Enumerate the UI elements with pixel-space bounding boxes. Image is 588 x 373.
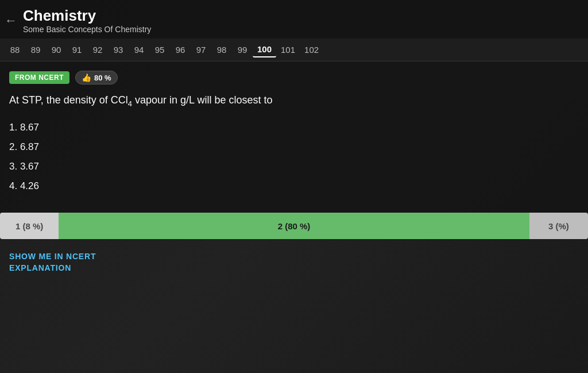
option-1-number: 1. [9,122,20,133]
explanation-link[interactable]: EXPLANATION [9,263,579,272]
question-subscript: 4 [128,99,132,108]
show-ncert-link[interactable]: SHOW ME IN NCERT [9,252,579,261]
tab-100[interactable]: 100 [253,42,276,57]
option-3-value: 3.67 [20,161,39,172]
option-4-number: 4. [9,180,20,191]
option-3-number: 3. [9,161,20,172]
percent-badge: 👍 80 % [75,71,118,84]
question-text: At STP, the density of CCl4 vapour in g/… [9,93,579,109]
result-seg-1[interactable]: 1 (8 %) [0,213,59,239]
thumb-icon: 👍 [82,73,91,82]
options-list: 1. 8.67 2. 6.87 3. 3.67 4. 4.26 [9,120,579,194]
option-2-number: 2. [9,141,20,152]
back-button[interactable]: ← [5,13,17,28]
result-seg-2[interactable]: 2 (80 %) [59,213,529,239]
tab-88[interactable]: 88 [5,43,25,57]
tab-89[interactable]: 89 [25,43,46,57]
question-area: FROM NCERT 👍 80 % At STP, the density of… [0,61,588,213]
option-2-value: 6.87 [20,141,39,152]
header-text: Chemistry Some Basic Concepts Of Chemist… [23,7,151,34]
question-text-after: vapour in g/L will be closest to [132,94,272,106]
tab-92[interactable]: 92 [87,43,108,57]
question-tabs: 88 89 90 91 92 93 94 95 96 97 98 99 100 … [0,39,588,61]
page-subtitle: Some Basic Concepts Of Chemistry [23,25,151,34]
tab-93[interactable]: 93 [108,43,129,57]
option-4[interactable]: 4. 4.26 [9,178,579,194]
tab-97[interactable]: 97 [191,43,211,57]
option-4-value: 4.26 [20,180,39,191]
badges-row: FROM NCERT 👍 80 % [9,71,579,84]
tab-102[interactable]: 102 [300,43,323,57]
tab-95[interactable]: 95 [149,43,170,57]
page-title: Chemistry [23,7,151,25]
percent-value: 80 % [94,74,111,82]
bottom-links: SHOW ME IN NCERT EXPLANATION [0,249,588,275]
tab-98[interactable]: 98 [211,43,232,57]
option-2[interactable]: 2. 6.87 [9,139,579,155]
tab-91[interactable]: 91 [67,43,87,57]
tab-99[interactable]: 99 [232,43,253,57]
option-1[interactable]: 1. 8.67 [9,120,579,136]
question-text-before: At STP, the density of CCl [9,94,128,106]
header: ← Chemistry Some Basic Concepts Of Chemi… [0,0,588,39]
result-seg-3[interactable]: 3 (%) [529,213,588,239]
option-1-value: 8.67 [20,122,39,133]
tab-90[interactable]: 90 [46,43,67,57]
tab-96[interactable]: 96 [170,43,191,57]
option-3[interactable]: 3. 3.67 [9,159,579,175]
results-bar: 1 (8 %) 2 (80 %) 3 (%) [0,213,588,239]
tab-101[interactable]: 101 [276,43,300,57]
tab-94[interactable]: 94 [129,43,149,57]
ncert-badge: FROM NCERT [9,71,69,84]
